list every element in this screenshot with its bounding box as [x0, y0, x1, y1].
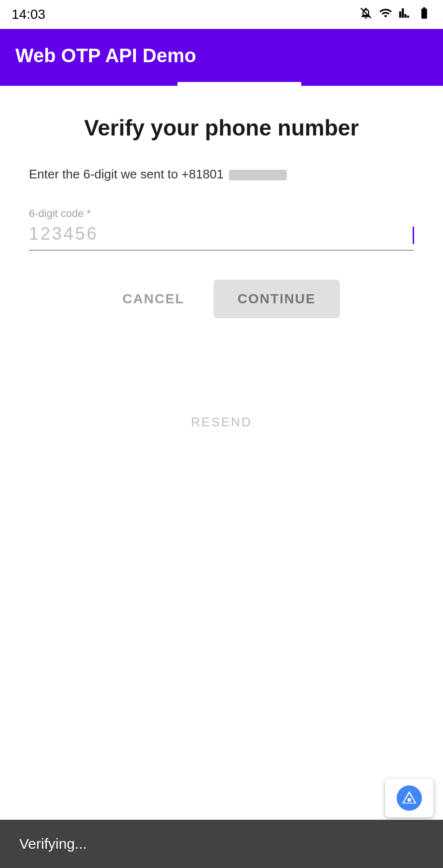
wifi-icon [378, 6, 393, 23]
continue-button[interactable]: CONTINUE [214, 280, 340, 318]
resend-button[interactable]: RESEND [191, 415, 252, 429]
app-bar: Web OTP API Demo [0, 29, 443, 82]
tab-indicator [0, 82, 443, 86]
description-prefix: Enter the 6-digit we sent to +81801 [29, 167, 224, 181]
toast-bar: Verifying... [0, 820, 443, 868]
status-time: 14:03 [12, 7, 45, 22]
page-title: Verify your phone number [29, 115, 414, 141]
input-cursor [413, 227, 414, 244]
status-bar: 14:03 [0, 0, 443, 29]
status-icons [359, 6, 431, 23]
button-row: CANCEL CONTINUE [29, 280, 414, 318]
description-text: Enter the 6-digit we sent to +81801 [29, 165, 414, 183]
phone-number-blurred [229, 170, 287, 180]
resend-section: RESEND [29, 415, 414, 430]
toast-text: Verifying... [19, 836, 87, 852]
signal-icon [399, 6, 411, 23]
input-label: 6-digit code * [29, 207, 414, 220]
app-title: Web OTP API Demo [15, 45, 196, 67]
recaptcha-icon [395, 784, 424, 813]
main-content: Verify your phone number Enter the 6-dig… [0, 86, 443, 449]
otp-input-container[interactable]: 6-digit code * 123456 [29, 207, 414, 251]
input-value: 123456 [29, 224, 98, 244]
svg-point-2 [407, 798, 411, 802]
battery-icon [417, 6, 431, 23]
recaptcha-badge [385, 779, 433, 817]
notification-off-icon [359, 6, 373, 23]
tab-indicator-line [177, 82, 301, 86]
cancel-button[interactable]: CANCEL [103, 280, 204, 318]
